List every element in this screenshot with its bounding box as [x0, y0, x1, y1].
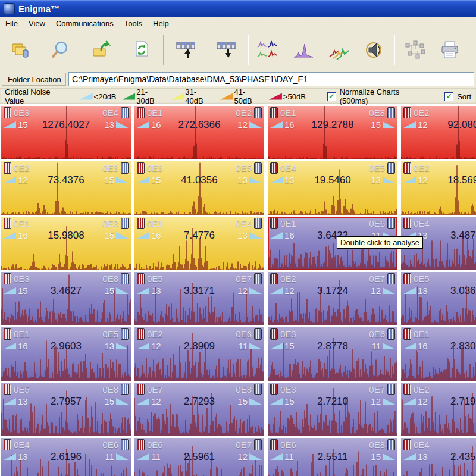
left-logger-label: 0E3: [280, 329, 296, 339]
left-logger-icon: [4, 273, 11, 284]
noise-level-triangle-icon: [80, 93, 93, 100]
right-logger-icon: [387, 273, 395, 284]
noise-level-label: 21-30dB: [136, 87, 165, 105]
search-icon: [50, 39, 71, 61]
chart-tile[interactable]: 0E10E416137.4776: [134, 217, 264, 270]
chart-tile[interactable]: 0E5133.0365: [401, 272, 476, 325]
tile-header: 0E10E8: [270, 107, 395, 118]
left-logger-icon: [137, 273, 145, 284]
right-logger-icon: [121, 218, 129, 229]
toolbar-separator: [248, 35, 249, 65]
chart-tile[interactable]: 0E60E711122.5961: [134, 438, 264, 476]
upload-loggers-button[interactable]: [165, 33, 206, 67]
left-logger-icon: [403, 107, 411, 118]
refresh-button[interactable]: [121, 33, 162, 67]
noise-level-label: >50dB: [283, 92, 306, 101]
correlation-value: 1276.4027: [1, 119, 131, 131]
right-logger-label: 0E4: [236, 218, 252, 228]
left-logger-icon: [403, 439, 411, 450]
chart-tile[interactable]: 0E10E516132.9603: [1, 327, 131, 381]
correlation-value: 2.7196: [401, 396, 476, 408]
menu-item-view[interactable]: View: [23, 17, 51, 30]
left-logger-icon: [270, 107, 278, 118]
right-logger-icon: [387, 384, 395, 395]
chart-tile[interactable]: 0E4132.4350: [401, 438, 476, 476]
tile-header: 0E20E6: [137, 328, 262, 340]
tile-header: 0E2: [403, 162, 476, 174]
left-logger-icon: [4, 439, 11, 450]
sort-checkbox[interactable]: ✓: [444, 92, 453, 101]
normalize-checkbox[interactable]: ✓: [327, 92, 336, 101]
folders-button[interactable]: [0, 33, 40, 67]
right-logger-label: 0E8: [102, 274, 118, 284]
left-logger-label: 0E1: [147, 218, 163, 228]
chart-grid: 0E30E415131276.40270E10E21612272.63660E1…: [0, 105, 476, 476]
chart-tile[interactable]: 0E10E81615129.2788: [268, 106, 397, 159]
network-button[interactable]: [396, 33, 432, 67]
correlation-value: 2.7210: [268, 396, 397, 408]
left-logger-label: 0E2: [280, 274, 296, 284]
chart-tile[interactable]: 0E30E715122.7210: [268, 383, 397, 436]
download-loggers-button[interactable]: [206, 33, 246, 67]
left-logger-label: 0E2: [414, 108, 430, 118]
noise-level-item: 31-40dB: [171, 87, 214, 105]
chart-tile[interactable]: 0E10E21612272.6366: [134, 106, 264, 159]
right-logger-label: 0E7: [236, 440, 252, 450]
left-logger-icon: [137, 439, 145, 450]
chart-button[interactable]: [286, 33, 321, 67]
print-button[interactable]: [432, 33, 468, 67]
download-loggers-icon: [215, 39, 237, 61]
sound-button[interactable]: [357, 33, 393, 67]
search-button[interactable]: [40, 33, 81, 67]
chart-tile[interactable]: 0E20E3121573.4376: [1, 161, 131, 215]
chart-tile[interactable]: 0E60E811152.5511: [268, 438, 397, 476]
left-logger-label: 0E1: [414, 329, 430, 339]
right-logger-icon: [254, 107, 262, 118]
chart-tile[interactable]: 0E2122.7196: [401, 383, 476, 436]
chart-tile[interactable]: 0E50E813152.7957: [1, 383, 131, 436]
menu-item-communications[interactable]: Communications: [51, 17, 119, 30]
chart-tile[interactable]: 0E30E815153.4627: [1, 272, 131, 325]
right-logger-icon: [387, 328, 395, 340]
left-logger-label: 0E5: [147, 274, 163, 284]
chart-tile[interactable]: 0E10E3161515.9808: [1, 217, 131, 270]
chart-tile[interactable]: 0E21218.5690: [401, 161, 476, 215]
chart-tile[interactable]: 0E30E615112.8778: [268, 327, 397, 381]
refresh-icon: [131, 39, 152, 61]
menu-item-file[interactable]: File: [0, 17, 23, 30]
right-logger-label: 0E7: [369, 274, 385, 284]
left-logger-label: 0E4: [280, 163, 296, 173]
left-logger-label: 0E2: [147, 329, 163, 339]
chart-tile[interactable]: 0E20E612112.8909: [134, 327, 264, 381]
title-bar: Enigma™: [0, 0, 476, 17]
legend-levels: <20dB21-30dB31-40dB41-50dB>50dB: [80, 87, 312, 105]
noise-level-triangle-icon: [269, 93, 282, 100]
chart-tile[interactable]: 0E40E613112.6196: [1, 438, 131, 476]
menu-item-help[interactable]: Help: [148, 17, 174, 30]
left-logger-label: 0E1: [280, 108, 296, 118]
folder-location-input[interactable]: [68, 72, 474, 86]
chart-tile[interactable]: 0E40E5131319.5460: [268, 161, 397, 215]
normalize-checkbox-group: ✓ Normalize Charts (500ms): [327, 87, 429, 105]
right-logger-label: 0E7: [369, 384, 385, 394]
chart-tile[interactable]: 0E21292.0801: [401, 106, 476, 159]
chart-tile[interactable]: 0E50E713123.3171: [134, 272, 264, 325]
print-icon: [439, 39, 461, 61]
chart-tile[interactable]: 0E20E712123.1724: [268, 272, 397, 325]
correlation-value: 7.4776: [134, 230, 264, 242]
chart-tile[interactable]: 0E30E5151341.0356: [134, 161, 264, 215]
menu-item-tools[interactable]: Tools: [119, 17, 148, 30]
chart-tile[interactable]: 0E70E812152.7293: [134, 383, 264, 436]
correlation-value: 2.4350: [401, 451, 476, 463]
correlation-value: 73.4376: [1, 174, 131, 186]
waterfall-button[interactable]: [321, 33, 357, 67]
critical-noise-bar: Critical Noise Value <20dB21-30dB31-40dB…: [0, 89, 476, 105]
chart-tile[interactable]: 0E30E415131276.4027: [1, 106, 131, 159]
left-logger-icon: [137, 107, 145, 118]
multi-chart-button[interactable]: [250, 33, 286, 67]
tile-header: 0E30E4: [4, 107, 129, 118]
correlation-value: 272.6366: [134, 119, 264, 131]
chart-tile[interactable]: 0E1162.8302: [401, 327, 476, 381]
right-logger-icon: [121, 107, 129, 118]
export-folder-button[interactable]: [81, 33, 121, 67]
